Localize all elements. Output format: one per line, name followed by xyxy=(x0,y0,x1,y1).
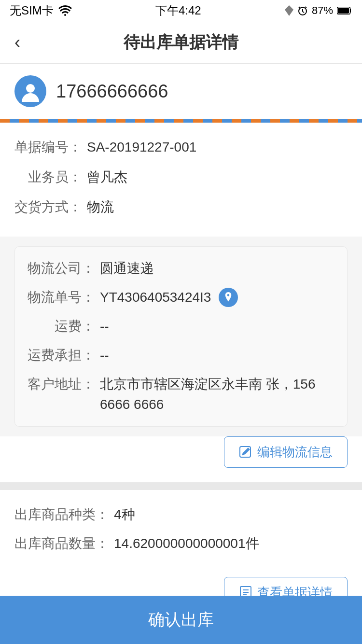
delivery-label: 交货方式： xyxy=(14,197,82,217)
battery-icon xyxy=(337,7,352,14)
freight-label: 运费： xyxy=(28,316,95,336)
doc-number-value: SA-20191227-001 xyxy=(87,137,348,157)
confirm-button[interactable]: 确认出库 xyxy=(0,596,362,644)
customer-phone: 17666666666 xyxy=(56,81,168,102)
page-title: 待出库单据详情 xyxy=(124,31,238,54)
tracking-row: 物流单号： YT43064053424I3 xyxy=(28,287,334,308)
wifi-icon xyxy=(58,5,72,16)
tracking-value: YT43064053424I3 xyxy=(100,287,211,308)
svg-line-4 xyxy=(305,7,306,8)
stock-quantity-value: 14.620000000000001件 xyxy=(114,533,259,554)
doc-number-label: 单据编号： xyxy=(14,137,82,157)
freight-bearer-label: 运费承担： xyxy=(28,345,95,365)
stock-quantity-label: 出库商品数量： xyxy=(14,533,109,554)
salesperson-value: 曾凡杰 xyxy=(87,167,348,187)
nav-bar: ‹ 待出库单据详情 xyxy=(0,21,362,64)
stock-quantity-row: 出库商品数量： 14.620000000000001件 xyxy=(14,533,348,554)
address-value: 北京市市辖区海淀区永丰南 张，156 6666 6666 xyxy=(100,374,334,415)
stock-types-row: 出库商品种类： 4种 xyxy=(14,504,348,525)
logistics-company-value: 圆通速递 xyxy=(100,258,334,279)
content: 17666666666 单据编号： SA-20191227-001 业务员： 曾… xyxy=(0,64,362,644)
edit-logistics-button[interactable]: 编辑物流信息 xyxy=(224,436,348,468)
dashed-divider xyxy=(0,119,362,123)
freight-bearer-row: 运费承担： -- xyxy=(28,345,334,365)
section-separator xyxy=(0,482,362,490)
customer-header: 17666666666 xyxy=(0,64,362,119)
stock-section: 出库商品种类： 4种 出库商品数量： 14.620000000000001件 xyxy=(0,490,362,577)
stock-types-value: 4种 xyxy=(114,504,135,525)
tracking-label: 物流单号： xyxy=(28,287,95,308)
logistics-card: 物流公司： 圆通速递 物流单号： YT43064053424I3 运费： -- … xyxy=(14,246,348,427)
doc-number-row: 单据编号： SA-20191227-001 xyxy=(14,137,348,157)
address-row: 客户地址： 北京市市辖区海淀区永丰南 张，156 6666 6666 xyxy=(28,374,334,415)
status-bar: 无SIM卡 下午4:42 87% xyxy=(0,0,362,21)
delivery-row: 交货方式： 物流 xyxy=(14,197,348,217)
freight-value: -- xyxy=(100,316,334,336)
svg-point-7 xyxy=(26,84,35,93)
freight-row: 运费： -- xyxy=(28,316,334,336)
status-bar-left: 无SIM卡 xyxy=(10,3,72,18)
svg-line-3 xyxy=(299,7,300,8)
address-label: 客户地址： xyxy=(28,374,95,394)
track-location-icon[interactable] xyxy=(219,288,238,307)
status-bar-time: 下午4:42 xyxy=(155,3,201,18)
basic-info-section: 单据编号： SA-20191227-001 业务员： 曾凡杰 交货方式： 物流 xyxy=(0,123,362,237)
back-button[interactable]: ‹ xyxy=(14,32,20,53)
delivery-value: 物流 xyxy=(87,197,348,217)
tracking-value-row: YT43064053424I3 xyxy=(100,287,238,308)
avatar xyxy=(14,75,46,107)
stock-types-label: 出库商品种类： xyxy=(14,504,109,525)
battery-percentage: 87% xyxy=(312,4,333,17)
edit-button-container: 编辑物流信息 xyxy=(0,436,362,482)
network-label: 无SIM卡 xyxy=(10,3,54,18)
salesperson-label: 业务员： xyxy=(14,167,82,187)
logistics-company-row: 物流公司： 圆通速递 xyxy=(28,258,334,279)
pin-icon xyxy=(223,292,234,303)
freight-bearer-value: -- xyxy=(100,345,334,365)
logistics-company-label: 物流公司： xyxy=(28,258,95,279)
salesperson-row: 业务员： 曾凡杰 xyxy=(14,167,348,187)
svg-rect-6 xyxy=(338,8,349,14)
svg-line-2 xyxy=(303,12,304,13)
status-bar-right: 87% xyxy=(285,4,352,17)
user-icon xyxy=(20,81,41,102)
edit-icon xyxy=(239,446,252,459)
location-nav-icon xyxy=(285,5,293,16)
alarm-icon xyxy=(297,5,308,16)
confirm-button-label: 确认出库 xyxy=(148,609,214,631)
